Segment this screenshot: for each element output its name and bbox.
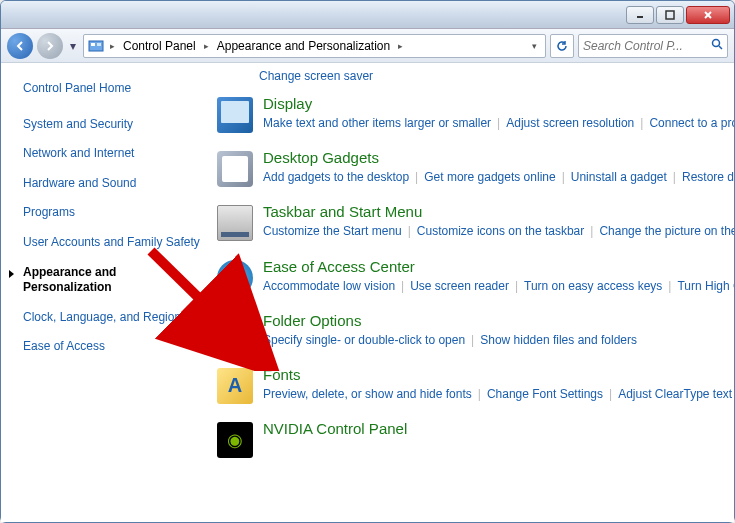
category-body: Desktop GadgetsAdd gadgets to the deskto… <box>263 149 734 187</box>
separator: | <box>634 116 649 130</box>
search-box[interactable] <box>578 34 728 58</box>
svg-point-7 <box>713 40 720 47</box>
separator: | <box>409 170 424 184</box>
task-link[interactable]: Show hidden files and folders <box>480 333 637 347</box>
address-bar[interactable]: ▸ Control Panel ▸ Appearance and Persona… <box>83 34 546 58</box>
control-panel-home-link[interactable]: Control Panel Home <box>23 81 201 97</box>
category: NVIDIA Control Panel <box>211 416 734 470</box>
navbar: ▾ ▸ Control Panel ▸ Appearance and Perso… <box>1 29 734 63</box>
separator: | <box>472 387 487 401</box>
back-button[interactable] <box>7 33 33 59</box>
chevron-right-icon[interactable]: ▸ <box>396 41 405 51</box>
category-title[interactable]: Ease of Access Center <box>263 258 734 275</box>
sidebar-item-hardware[interactable]: Hardware and Sound <box>23 176 201 192</box>
folder-icon <box>217 314 253 350</box>
category-links: Accommodate low vision|Use screen reader… <box>263 277 734 296</box>
category-body: NVIDIA Control Panel <box>263 420 724 458</box>
address-dropdown[interactable]: ▾ <box>528 41 541 51</box>
task-link[interactable]: Preview, delete, or show and hide fonts <box>263 387 472 401</box>
history-dropdown[interactable]: ▾ <box>67 35 79 57</box>
svg-rect-1 <box>666 11 674 19</box>
titlebar <box>1 1 734 29</box>
task-link[interactable]: Adjust screen resolution <box>506 116 634 130</box>
body: Control Panel Home System and Security N… <box>1 63 734 522</box>
category-body: FontsPreview, delete, or show and hide f… <box>263 366 732 404</box>
category: Desktop GadgetsAdd gadgets to the deskto… <box>211 145 734 199</box>
breadcrumb-current[interactable]: Appearance and Personalization <box>215 39 392 53</box>
refresh-button[interactable] <box>550 34 574 58</box>
svg-rect-5 <box>91 43 95 46</box>
category-title[interactable]: Taskbar and Start Menu <box>263 203 734 220</box>
category-body: DisplayMake text and other items larger … <box>263 95 734 133</box>
task-link[interactable]: Change the picture on the Start menu <box>599 224 734 238</box>
category: DisplayMake text and other items larger … <box>211 91 734 145</box>
category: FontsPreview, delete, or show and hide f… <box>211 362 734 416</box>
sidebar-item-appearance[interactable]: Appearance and Personalization <box>23 265 201 296</box>
task-link[interactable]: Make text and other items larger or smal… <box>263 116 491 130</box>
sidebar-item-programs[interactable]: Programs <box>23 205 201 221</box>
task-link[interactable]: Accommodate low vision <box>263 279 395 293</box>
task-link[interactable]: Change Font Settings <box>487 387 603 401</box>
svg-line-8 <box>719 46 722 49</box>
change-screen-saver-link[interactable]: Change screen saver <box>259 69 373 83</box>
task-link[interactable]: Restore desktop gadgets installed with W… <box>682 170 734 184</box>
category-body: Folder OptionsSpecify single- or double-… <box>263 312 724 350</box>
close-button[interactable] <box>686 6 730 24</box>
category-links: Make text and other items larger or smal… <box>263 114 734 133</box>
breadcrumb-root[interactable]: Control Panel <box>121 39 198 53</box>
sidebar-item-user-accounts[interactable]: User Accounts and Family Safety <box>23 235 201 251</box>
task-link[interactable]: Get more gadgets online <box>424 170 555 184</box>
nvidia-icon <box>217 422 253 458</box>
task-link[interactable]: Customize the Start menu <box>263 224 402 238</box>
task-link[interactable]: Customize icons on the taskbar <box>417 224 584 238</box>
category-links: Preview, delete, or show and hide fonts|… <box>263 385 732 404</box>
category-links: Customize the Start menu|Customize icons… <box>263 222 734 241</box>
sidebar-item-network[interactable]: Network and Internet <box>23 146 201 162</box>
category-title[interactable]: Display <box>263 95 734 112</box>
separator: | <box>509 279 524 293</box>
minimize-button[interactable] <box>626 6 654 24</box>
task-link[interactable]: Turn on easy access keys <box>524 279 662 293</box>
separator: | <box>556 170 571 184</box>
main-panel: Change screen saver DisplayMake text and… <box>211 63 734 522</box>
separator: | <box>402 224 417 238</box>
maximize-button[interactable] <box>656 6 684 24</box>
sidebar-item-system-security[interactable]: System and Security <box>23 117 201 133</box>
display-icon <box>217 97 253 133</box>
category-body: Taskbar and Start MenuCustomize the Star… <box>263 203 734 241</box>
category: Taskbar and Start MenuCustomize the Star… <box>211 199 734 253</box>
category: Ease of Access CenterAccommodate low vis… <box>211 254 734 308</box>
separator: | <box>491 116 506 130</box>
search-input[interactable] <box>583 39 707 53</box>
category-title[interactable]: Fonts <box>263 366 732 383</box>
category-body: Ease of Access CenterAccommodate low vis… <box>263 258 734 296</box>
category-title[interactable]: Folder Options <box>263 312 724 329</box>
fonts-icon <box>217 368 253 404</box>
task-link[interactable]: Adjust ClearType text <box>618 387 732 401</box>
separator: | <box>662 279 677 293</box>
task-link[interactable]: Uninstall a gadget <box>571 170 667 184</box>
category: Folder OptionsSpecify single- or double-… <box>211 308 734 362</box>
category-links: Specify single- or double-click to open|… <box>263 331 724 350</box>
category-title[interactable]: NVIDIA Control Panel <box>263 420 724 437</box>
gadget-icon <box>217 151 253 187</box>
sidebar-item-clock[interactable]: Clock, Language, and Region <box>23 310 201 326</box>
chevron-right-icon[interactable]: ▸ <box>202 41 211 51</box>
chevron-right-icon[interactable]: ▸ <box>108 41 117 51</box>
task-link[interactable]: Turn High Contrast on or off <box>677 279 734 293</box>
task-link[interactable]: Use screen reader <box>410 279 509 293</box>
task-link[interactable]: Specify single- or double-click to open <box>263 333 465 347</box>
taskbar-icon <box>217 205 253 241</box>
task-link[interactable]: Add gadgets to the desktop <box>263 170 409 184</box>
task-link[interactable]: Connect to a projector <box>649 116 734 130</box>
separator: | <box>465 333 480 347</box>
search-icon <box>711 38 723 53</box>
svg-rect-6 <box>97 43 101 46</box>
category-links: Add gadgets to the desktop|Get more gadg… <box>263 168 734 187</box>
sidebar-item-ease[interactable]: Ease of Access <box>23 339 201 355</box>
control-panel-icon <box>88 38 104 54</box>
forward-button[interactable] <box>37 33 63 59</box>
category-title[interactable]: Desktop Gadgets <box>263 149 734 166</box>
window: ▾ ▸ Control Panel ▸ Appearance and Perso… <box>0 0 735 523</box>
sidebar: Control Panel Home System and Security N… <box>1 63 211 522</box>
